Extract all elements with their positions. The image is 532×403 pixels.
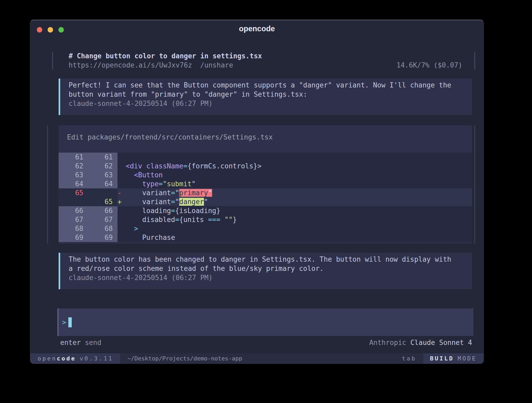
app-version: v0.3.11 [80, 355, 113, 362]
header-right-divider [474, 52, 475, 70]
diff-line-number-new: 66 [88, 206, 117, 215]
message-meta: claude-sonnet-4-20250514 (06:27 PM) [69, 99, 472, 108]
text-cursor [68, 317, 72, 327]
assistant-message: Perfect! I can see that the Button compo… [59, 79, 472, 115]
diff-line-number-new: 65 [88, 197, 117, 206]
provider-name: Anthropic [369, 339, 406, 347]
diff-code-line: loading={isLoading} [117, 206, 472, 215]
message-line: button variant from "primary" to "danger… [69, 90, 472, 99]
diff-line-number-old: 61 [59, 153, 88, 162]
diff-code-line: <Button [117, 170, 472, 179]
status-bar: opencodev0.3.11 ~/Desktop/Projects/demo-… [30, 353, 484, 364]
edit-file-path: packages/frontend/src/containers/Setting… [88, 133, 273, 141]
diff-line-number-old: 63 [59, 170, 88, 179]
session-header: # Change button color to danger in setti… [69, 51, 262, 70]
prompt-input[interactable]: > [59, 308, 473, 336]
model-info: Anthropic Claude Sonnet 4 [369, 338, 472, 347]
diff-row: 6666 loading={isLoading} [59, 206, 472, 215]
edit-block-right-rail [474, 125, 475, 244]
message-line: a red/rose color scheme instead of the b… [69, 264, 472, 273]
prompt-line: > [62, 317, 72, 327]
working-directory: ~/Desktop/Projects/demo-notes-app [127, 355, 242, 362]
diff-line-number-old: 66 [59, 206, 88, 215]
message-line: Perfect! I can see that the Button compo… [69, 81, 472, 90]
enter-key-hint: enter [60, 339, 81, 347]
diff-code-line: <div className={formCs.controls}> [117, 162, 472, 170]
diff-row: 6464 type="submit" [59, 179, 472, 188]
diff-code-line: type="submit" [117, 179, 472, 188]
app-name-normal: open [38, 355, 57, 362]
session-share-line: https://opencode.ai/s/UwJxv76z/unshare [69, 61, 262, 70]
footer-hints: enter send Anthropic Claude Sonnet 4 [60, 338, 472, 347]
diff-code-line: - variant="primary" [117, 188, 472, 197]
edit-tool-block: Edit packages/frontend/src/containers/Se… [59, 125, 472, 244]
token-usage: 14.6K/7% ($0.07) [397, 61, 462, 70]
diff-line-number-new: 68 [88, 224, 117, 233]
diff-row: 6969 Purchase [59, 233, 472, 242]
diff-line-number-new: 63 [88, 170, 117, 179]
diff-row: 6363 <Button [59, 170, 472, 179]
diff-line-number-old [59, 197, 88, 206]
diff-row: 65- variant="primary" [59, 188, 472, 197]
diff-line-number-new: 64 [88, 179, 117, 188]
prompt-symbol: > [62, 318, 66, 326]
diff-line-number-new: 69 [88, 233, 117, 242]
send-action-label: send [85, 339, 101, 347]
assistant-message: The button color has been changed to dan… [59, 253, 472, 289]
diff-row: 65+ variant="danger" [59, 197, 472, 206]
diff-row: 6767 disabled={units === ""} [59, 215, 472, 224]
diff-line-number-old: 69 [59, 233, 88, 242]
unshare-command[interactable]: /unshare [200, 61, 233, 69]
tab-key-hint[interactable]: tab [402, 355, 416, 362]
header-left-divider [52, 52, 53, 70]
diff-code-line: disabled={units === ""} [117, 215, 472, 224]
mode-secondary: MODE [458, 355, 477, 362]
message-meta: claude-sonnet-4-20250514 (06:27 PM) [69, 273, 472, 282]
diff-line-number-new: 62 [88, 162, 117, 170]
share-url[interactable]: https://opencode.ai/s/UwJxv76z [69, 61, 192, 69]
edit-block-left-rail [47, 125, 48, 244]
diff-rows: 61616262 <div className={formCs.controls… [59, 153, 472, 242]
diff-row: 6868 > [59, 224, 472, 233]
diff-line-number-old: 64 [59, 179, 88, 188]
diff-row: 6161 [59, 153, 472, 162]
diff-line-number-old: 67 [59, 215, 88, 224]
diff-code-line: + variant="danger" [117, 197, 472, 206]
diff-line-number-new [88, 188, 117, 197]
opencode-window: opencode # Change button color to danger… [30, 20, 484, 364]
diff-line-number-old: 65 [59, 188, 88, 197]
app-version-segment: opencodev0.3.11 [30, 353, 120, 364]
diff-line-number-new: 67 [88, 215, 117, 224]
edit-tool-header: Edit packages/frontend/src/containers/Se… [59, 125, 472, 142]
app-name-bold: code [57, 355, 76, 362]
mode-primary: BUILD [430, 355, 454, 362]
diff-line-number-old: 68 [59, 224, 88, 233]
titlebar: opencode [30, 20, 484, 35]
model-name: Claude Sonnet 4 [410, 339, 472, 347]
window-title: opencode [30, 24, 484, 33]
session-title: # Change button color to danger in setti… [69, 51, 262, 61]
diff-code-line [117, 153, 472, 162]
diff-line-number-new: 61 [88, 153, 117, 162]
edit-action-label: Edit [67, 133, 88, 141]
diff-code-line: > [117, 224, 472, 233]
mode-segment[interactable]: BUILDMODE [423, 353, 484, 364]
diff-line-number-old: 62 [59, 162, 88, 170]
diff-code-line: Purchase [117, 233, 472, 242]
diff-row: 6262 <div className={formCs.controls}> [59, 162, 472, 170]
message-line: The button color has been changed to dan… [69, 255, 472, 264]
